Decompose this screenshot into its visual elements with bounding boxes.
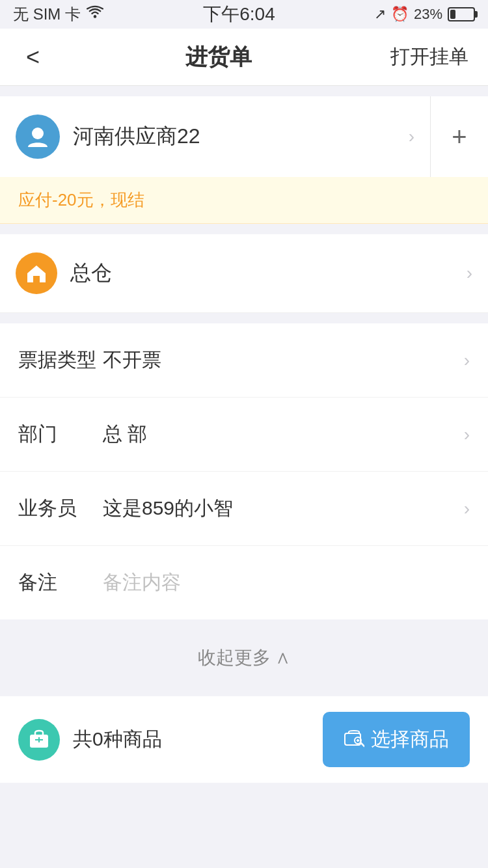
back-button[interactable]: < [20,37,46,77]
ticket-type-chevron-icon: › [464,350,470,371]
select-goods-icon [344,729,364,750]
supplier-selector[interactable]: 河南供应商22 › [0,96,431,177]
battery-percent: 23% [414,6,442,23]
department-label: 部门 [18,421,103,448]
status-time: 下午6:04 [203,2,275,27]
status-right: ↗ ⏰ 23% [374,6,475,23]
warehouse-icon [16,252,57,294]
supplier-section: 河南供应商22 › + [0,96,488,177]
location-icon: ↗ [374,6,386,23]
supplier-name: 河南供应商22 [73,122,402,151]
form-section: 票据类型 不开票 › 部门 总 部 › 业务员 这是859的小智 › 备注 备注… [0,323,488,619]
svg-point-1 [32,128,44,139]
salesperson-row[interactable]: 业务员 这是859的小智 › [0,472,488,546]
warehouse-name: 总仓 [70,259,460,288]
ticket-type-label: 票据类型 [18,347,103,373]
ticket-type-row[interactable]: 票据类型 不开票 › [0,323,488,398]
department-chevron-icon: › [464,424,470,445]
salesperson-value: 这是859的小智 [103,495,457,522]
alarm-icon: ⏰ [391,6,409,23]
wifi-icon [86,5,104,23]
svg-line-7 [360,742,364,746]
status-left: 无 SIM 卡 [13,4,104,25]
select-goods-button[interactable]: 选择商品 [323,712,470,767]
ticket-type-value: 不开票 [103,347,457,373]
svg-rect-2 [33,276,40,282]
nav-bar: < 进货单 打开挂单 [0,29,488,86]
remark-row[interactable]: 备注 备注内容 [0,546,488,619]
section-divider-1 [0,86,488,96]
add-supplier-button[interactable]: + [431,122,488,152]
warehouse-section[interactable]: 总仓 › [0,234,488,313]
warehouse-chevron-icon: › [467,263,472,284]
page-title: 进货单 [185,42,252,72]
battery-icon [448,7,475,21]
goods-icon [18,719,60,761]
supplier-chevron-icon: › [409,126,414,147]
collapse-bar[interactable]: 收起更多 ∧ [0,630,488,686]
section-divider-2 [0,224,488,234]
remark-input[interactable]: 备注内容 [103,569,470,596]
svg-point-0 [94,15,97,18]
bottom-section: 共0种商品 选择商品 [0,696,488,783]
select-goods-label: 选择商品 [371,726,449,753]
remark-label: 备注 [18,569,103,596]
status-bar: 无 SIM 卡 下午6:04 ↗ ⏰ 23% [0,0,488,29]
department-row[interactable]: 部门 总 部 › [0,398,488,472]
notice-bar: 应付-20元，现结 [0,177,488,224]
carrier-label: 无 SIM 卡 [13,4,81,25]
department-value: 总 部 [103,421,457,448]
goods-count-label: 共0种商品 [73,726,323,753]
salesperson-chevron-icon: › [464,498,470,519]
salesperson-label: 业务员 [18,495,103,522]
open-pending-button[interactable]: 打开挂单 [390,44,468,70]
supplier-avatar [16,115,60,159]
main-content: 河南供应商22 › + 应付-20元，现结 总仓 › 票据类型 不开票 › 部门… [0,86,488,868]
notice-text: 应付-20元，现结 [18,190,144,210]
